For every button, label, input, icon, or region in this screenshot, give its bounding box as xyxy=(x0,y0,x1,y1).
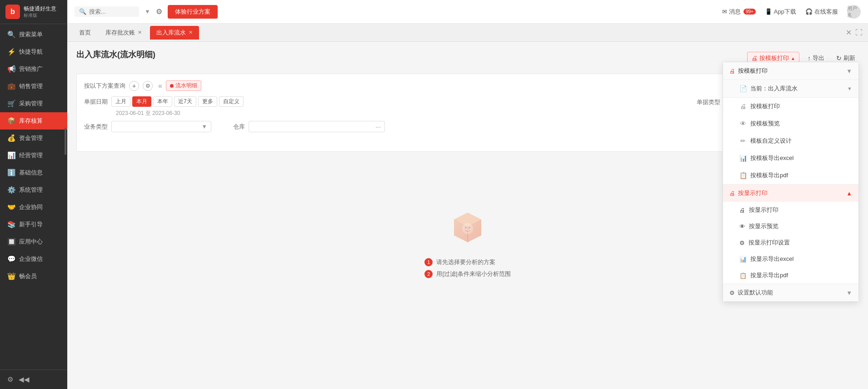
template-print-header[interactable]: 🖨 按模板打印 ▼ xyxy=(723,62,858,80)
biz-type-select[interactable] xyxy=(112,121,198,132)
megaphone-icon: 📢 xyxy=(7,65,15,73)
top-header: 🔍 ▼ ⚙ 体验行业方案 ✉ 消息 99+ 📱 App下载 🎧 在线客服 用户名 xyxy=(67,0,868,24)
sidebar-collapse-button[interactable]: ◀◀ xyxy=(19,375,30,384)
step-2-number: 2 xyxy=(424,270,433,278)
sidebar-item-label: 营销推广 xyxy=(19,65,60,73)
filter-type-tag[interactable]: 流水明细 xyxy=(166,80,201,91)
sidebar-item-inventory[interactable]: 📦 库存核算 xyxy=(0,112,67,130)
display-export-excel-item[interactable]: 📊 按显示导出excel xyxy=(723,251,858,267)
display-print-header[interactable]: 🖨 按显示打印 ▲ xyxy=(723,185,858,202)
sidebar-item-label: 库存核算 xyxy=(19,117,60,125)
template-custom-item[interactable]: ✏ 模板自定义设计 xyxy=(723,132,858,150)
footer-settings-button[interactable]: ⚙ xyxy=(7,375,13,384)
sidebar-item-finance[interactable]: 💰 资金管理 xyxy=(0,130,67,147)
last-7-days-button[interactable]: 近7天 xyxy=(174,96,196,107)
display-print-title: 🖨 按显示打印 xyxy=(729,189,768,197)
filter-collapse-button[interactable]: « xyxy=(158,82,162,90)
svg-point-4 xyxy=(465,227,467,229)
sidebar-item-search[interactable]: 🔍 搜索菜单 xyxy=(0,26,67,43)
display-export-pdf-item[interactable]: 📋 按显示导出pdf xyxy=(723,267,858,284)
display-print-settings-item[interactable]: ⚙ 按显示打印设置 xyxy=(723,234,858,251)
industry-solution-button[interactable]: 体验行业方案 xyxy=(168,5,218,19)
empty-step-1: 1 请先选择要分析的方案 xyxy=(424,258,510,266)
design-icon: ✏ xyxy=(739,137,747,145)
sidebar-item-system[interactable]: ⚙️ 系统管理 xyxy=(0,181,67,199)
sidebar-item-wechat[interactable]: 💬 企业微信 xyxy=(0,250,67,268)
template-export-pdf-item[interactable]: 📋 按模板导出pdf xyxy=(723,167,858,184)
sidebar-item-app-center[interactable]: 🔲 应用中心 xyxy=(0,233,67,250)
customer-service-label: 在线客服 xyxy=(814,8,838,16)
doc-type-label: 单据类型 xyxy=(697,98,720,106)
tab-batch-account[interactable]: 库存批次账 ✕ xyxy=(99,26,148,40)
display-print-section: 🖨 按显示打印 ▲ 🖨 按显示打印 👁 按显示预览 ⚙ 按显示打印设置 xyxy=(723,184,858,284)
custom-date-button[interactable]: 自定义 xyxy=(219,96,244,107)
tab-in-out-flow[interactable]: 出入库流水 ✕ xyxy=(150,26,199,40)
this-month-button[interactable]: 本月 xyxy=(132,96,151,107)
display-print-item-label: 按显示打印 xyxy=(749,206,778,214)
search-input[interactable] xyxy=(89,8,135,15)
sidebar-item-label: 系统管理 xyxy=(19,186,60,194)
export-icon: ↑ xyxy=(808,55,811,62)
last-month-button[interactable]: 上月 xyxy=(111,96,130,107)
sidebar-item-label: 企业协同 xyxy=(19,203,60,211)
sidebar-item-marketing[interactable]: 📢 营销推广 xyxy=(0,60,67,78)
this-year-button[interactable]: 本年 xyxy=(153,96,172,107)
template-preview-item[interactable]: 👁 按模板预览 xyxy=(723,115,858,132)
print-header-icon: 🖨 xyxy=(729,68,735,75)
filter-add-button[interactable]: + xyxy=(129,81,139,91)
filter-settings-button[interactable]: ⚙ xyxy=(143,81,153,91)
sidebar: b 畅捷通好生意 标准版 🔍 搜索菜单 ⚡ 快捷导航 📢 营销推广 💼 销售管理… xyxy=(0,0,67,389)
empty-illustration xyxy=(445,204,490,249)
customer-service-button[interactable]: 🎧 在线客服 xyxy=(805,8,838,16)
tab-batch-account-label: 库存批次账 xyxy=(105,29,135,37)
tab-close-all-icon[interactable]: ✕ xyxy=(846,28,852,37)
display-preview-item[interactable]: 👁 按显示预览 xyxy=(723,218,858,234)
sidebar-nav: 🔍 搜索菜单 ⚡ 快捷导航 📢 营销推广 💼 销售管理 🛒 采购管理 📦 库存核… xyxy=(0,24,67,369)
tab-in-out-flow-close[interactable]: ✕ xyxy=(189,30,193,35)
template-export-excel-item[interactable]: 📊 按模板导出excel xyxy=(723,150,858,167)
warehouse-more-button[interactable]: ··· xyxy=(372,123,384,130)
header-settings-icon[interactable]: ⚙ xyxy=(156,7,162,16)
sidebar-item-operations[interactable]: 📊 经营管理 xyxy=(0,147,67,164)
more-date-button[interactable]: 更多 xyxy=(198,96,217,107)
display-print-item[interactable]: 🖨 按显示打印 xyxy=(723,202,858,218)
display-excel-icon: 📊 xyxy=(739,256,747,263)
sidebar-item-collab[interactable]: 🤝 企业协同 xyxy=(0,199,67,216)
step-2-text: 用[过滤]条件来缩小分析范围 xyxy=(436,270,510,278)
footer-arrow[interactable]: ▼ xyxy=(846,289,852,296)
warehouse-select[interactable] xyxy=(249,121,372,132)
main-area: 🔍 ▼ ⚙ 体验行业方案 ✉ 消息 99+ 📱 App下载 🎧 在线客服 用户名 xyxy=(67,0,868,389)
sidebar-item-label: 经营管理 xyxy=(19,151,60,160)
user-avatar[interactable]: 用户名 xyxy=(847,5,861,19)
sidebar-item-vip[interactable]: 👑 畅会员 xyxy=(0,268,67,285)
tab-batch-account-close[interactable]: ✕ xyxy=(138,30,142,35)
print-dropdown-arrow[interactable]: ▲ xyxy=(791,56,795,61)
sidebar-item-basic-info[interactable]: ℹ️ 基础信息 xyxy=(0,164,67,181)
app-download-button[interactable]: 📱 App下载 xyxy=(765,8,796,16)
message-button[interactable]: ✉ 消息 99+ xyxy=(722,8,756,16)
sidebar-item-newbie[interactable]: 📚 新手引导 xyxy=(0,216,67,233)
sidebar-item-sales[interactable]: 💼 销售管理 xyxy=(0,78,67,95)
template-print-arrow[interactable]: ▼ xyxy=(846,68,852,75)
search-dropdown-button[interactable]: ▼ xyxy=(145,8,150,15)
tab-home[interactable]: 首页 xyxy=(73,26,97,40)
current-template-item[interactable]: 📄 当前：出入库流水 ▼ xyxy=(723,80,858,98)
sidebar-item-label: 资金管理 xyxy=(19,134,60,142)
tab-maximize-icon[interactable]: ⛶ xyxy=(855,29,863,37)
refresh-icon: ↻ xyxy=(836,55,842,62)
dropdown-footer[interactable]: ⚙ 设置默认功能 ▼ xyxy=(723,284,858,301)
sidebar-item-quick-nav[interactable]: ⚡ 快捷导航 xyxy=(0,43,67,60)
display-print-arrow[interactable]: ▲ xyxy=(846,190,852,197)
template-preview-label: 按模板预览 xyxy=(750,120,780,128)
sidebar-item-purchase[interactable]: 🛒 采购管理 xyxy=(0,95,67,112)
user-name-label: 用户名 xyxy=(847,5,861,19)
template-export-excel-label: 按模板导出excel xyxy=(750,154,793,162)
refresh-label: 刷新 xyxy=(843,54,855,62)
template-print-item[interactable]: 🖨 按模板打印 xyxy=(723,98,858,115)
current-template-arrow[interactable]: ▼ xyxy=(847,86,852,91)
search-icon: 🔍 xyxy=(79,8,86,15)
sidebar-footer: ⚙ ◀◀ xyxy=(0,369,67,389)
header-search[interactable]: 🔍 xyxy=(75,6,139,17)
template-icon: 📄 xyxy=(739,85,747,92)
message-badge: 99+ xyxy=(743,9,756,15)
